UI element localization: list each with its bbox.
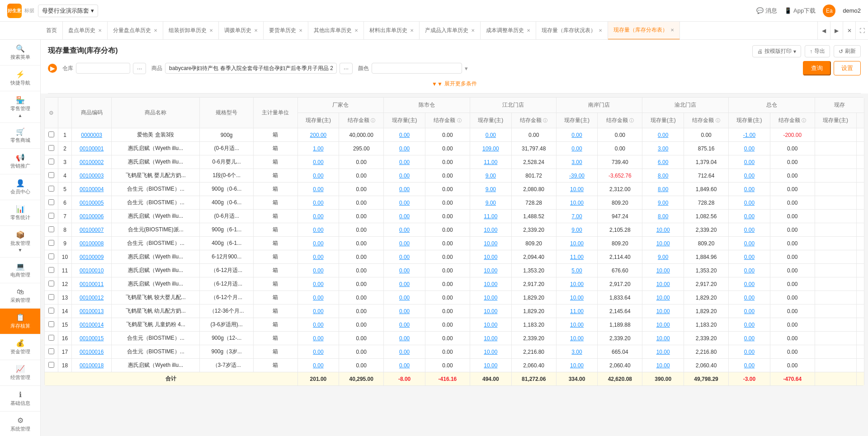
sidebar-item-finance[interactable]: 💰 资金管理 — [0, 334, 40, 360]
tab-stock-dist[interactable]: 现存量（库存分布表） ✕ — [608, 22, 680, 40]
query-btn[interactable]: 查询 — [803, 61, 831, 75]
info-total-icon[interactable]: ⓘ — [802, 118, 806, 123]
close-icon[interactable]: ✕ — [354, 28, 358, 33]
tab-transfer[interactable]: 调拨单历史 ✕ — [219, 22, 264, 40]
row-checkbox[interactable] — [45, 332, 58, 345]
table-settings-icon[interactable]: ⚙ — [49, 110, 54, 116]
row-checkbox[interactable] — [45, 183, 58, 196]
row-checkbox[interactable] — [45, 318, 58, 332]
info-chenshi-icon[interactable]: ⓘ — [457, 118, 462, 123]
sidebar-item-mall[interactable]: 🛒 零售商城 — [0, 123, 40, 149]
sidebar-item-nav[interactable]: ⚡ 快捷导航 — [0, 66, 40, 91]
print-btn[interactable]: 🖨 按模版打印 ▾ — [752, 45, 801, 57]
row-checkbox[interactable] — [45, 223, 58, 237]
row-checkbox[interactable] — [45, 291, 58, 305]
product-code-link[interactable]: 00100002 — [80, 159, 104, 165]
tab-order[interactable]: 要货单历史 ✕ — [264, 22, 308, 40]
product-code-link[interactable]: 00100006 — [80, 213, 104, 220]
refresh-btn[interactable]: ↺ 刷新 — [834, 45, 861, 57]
product-code-link[interactable]: 0000003 — [81, 132, 102, 138]
warehouse-browse-btn[interactable]: ··· — [133, 63, 146, 74]
info-jiangbei-icon[interactable]: ⓘ — [543, 118, 547, 123]
sidebar-item-purchase[interactable]: 🛍 采购管理 — [0, 283, 40, 309]
sidebar-item-stock[interactable]: 📋 库存核算 — [0, 309, 40, 334]
product-code-link[interactable]: 00100010 — [80, 267, 104, 274]
warehouse-input[interactable] — [76, 63, 130, 74]
app-download-btn[interactable]: 📱 App下载 — [784, 7, 816, 15]
product-code-link[interactable]: 00100009 — [80, 254, 104, 260]
product-code-link[interactable]: 00100015 — [80, 335, 104, 342]
info-factory-icon[interactable]: ⓘ — [371, 118, 375, 123]
checkbox-input[interactable] — [48, 308, 54, 314]
close-icon[interactable]: ✕ — [471, 28, 475, 33]
checkbox-input[interactable] — [48, 172, 54, 178]
nav-prev[interactable]: ◀ — [817, 22, 830, 40]
sidebar-item-marketing[interactable]: 📢 营销推广 — [0, 149, 40, 174]
goods-browse-btn[interactable]: ··· — [340, 63, 353, 74]
color-dropdown-btn[interactable]: ▾ — [465, 65, 468, 72]
checkbox-input[interactable] — [48, 213, 54, 219]
row-checkbox[interactable] — [45, 128, 58, 142]
product-code-link[interactable]: 00100013 — [80, 308, 104, 314]
color-input[interactable] — [372, 63, 462, 74]
tab-home[interactable]: 首页 — [41, 22, 63, 40]
product-code-link[interactable]: 00100016 — [80, 349, 104, 355]
product-code-link[interactable]: 00100012 — [80, 295, 104, 301]
tab-material[interactable]: 材料出库单历史 ✕ — [364, 22, 420, 40]
product-code-link[interactable]: 00100018 — [80, 362, 104, 369]
checkbox-input[interactable] — [48, 281, 54, 286]
sidebar-item-system[interactable]: ⚙ 系统管理 — [0, 412, 40, 436]
row-checkbox[interactable] — [45, 264, 58, 277]
close-icon[interactable]: ✕ — [527, 28, 530, 33]
store-selector[interactable]: 母婴行业演示陈套 ▾ — [38, 5, 98, 17]
row-checkbox[interactable] — [45, 196, 58, 210]
tab-split[interactable]: 分量盘点单历史 ✕ — [108, 22, 163, 40]
product-code-link[interactable]: 00100001 — [80, 145, 104, 152]
product-code-link[interactable]: 00100007 — [80, 227, 104, 233]
message-btn[interactable]: 💬 消息 — [756, 7, 777, 15]
checkbox-input[interactable] — [48, 362, 54, 368]
row-checkbox[interactable] — [45, 277, 58, 291]
tab-stock-status[interactable]: 现存量（库存状况表） ✕ — [536, 22, 608, 40]
sidebar-item-ecommerce[interactable]: 💻 电商管理 — [0, 258, 40, 283]
sidebar-item-operations[interactable]: 📈 经营管理 — [0, 360, 40, 386]
checkbox-input[interactable] — [48, 267, 54, 273]
nav-close-all[interactable]: ✕ — [843, 22, 855, 40]
row-checkbox[interactable] — [45, 155, 58, 169]
checkbox-input[interactable] — [48, 348, 54, 354]
checkbox-input[interactable] — [48, 145, 54, 151]
expand-conditions-btn[interactable]: ▼▼ 展开更多条件 — [432, 78, 477, 89]
checkbox-input[interactable] — [48, 186, 54, 192]
close-icon[interactable]: ✕ — [599, 28, 602, 33]
tab-finished[interactable]: 产成品入库单历史 ✕ — [420, 22, 481, 40]
settings-btn[interactable]: 设置 — [834, 61, 861, 75]
expand-toggle-btn[interactable]: ▶ — [48, 64, 57, 73]
sidebar-item-basic[interactable]: ℹ 基础信息 — [0, 386, 40, 412]
info-yuzhong-icon[interactable]: ⓘ — [716, 118, 720, 123]
nav-next[interactable]: ▶ — [830, 22, 843, 40]
checkbox-input[interactable] — [48, 294, 54, 300]
tab-assemble[interactable]: 组装折卸单历史 ✕ — [163, 22, 219, 40]
close-icon[interactable]: ✕ — [154, 28, 157, 33]
close-icon[interactable]: ✕ — [209, 28, 213, 33]
checkbox-input[interactable] — [48, 335, 54, 341]
checkbox-input[interactable] — [48, 253, 54, 259]
checkbox-input[interactable] — [48, 240, 54, 246]
goods-input[interactable] — [165, 63, 337, 74]
sidebar-item-retail-mgmt[interactable]: 🏪 零售管理 ▲ — [0, 91, 40, 123]
close-icon[interactable]: ✕ — [98, 28, 102, 33]
row-checkbox[interactable] — [45, 345, 58, 359]
close-icon[interactable]: ✕ — [254, 28, 258, 33]
checkbox-input[interactable] — [48, 226, 54, 232]
checkbox-input[interactable] — [48, 321, 54, 327]
row-checkbox[interactable] — [45, 210, 58, 223]
sidebar-item-member[interactable]: 👤 会员中心 — [0, 174, 40, 200]
nav-expand[interactable]: ⛶ — [855, 22, 868, 40]
checkbox-input[interactable] — [48, 159, 54, 164]
user-avatar[interactable]: Ea — [823, 5, 835, 17]
close-icon[interactable]: ✕ — [299, 28, 302, 33]
product-code-link[interactable]: 00100005 — [80, 200, 104, 206]
checkbox-input[interactable] — [48, 131, 54, 137]
row-checkbox[interactable] — [45, 359, 58, 372]
row-checkbox[interactable] — [45, 237, 58, 250]
